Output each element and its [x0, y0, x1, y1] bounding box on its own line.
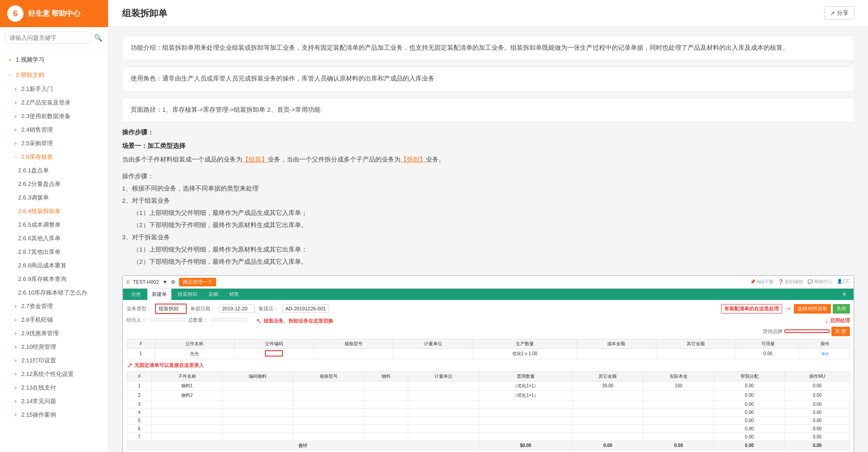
- sidebar-item-finance[interactable]: ＋ 2.7资金管理: [0, 300, 108, 313]
- cell-cost: [576, 348, 656, 359]
- cell-action[interactable]: ⊕⊖: [800, 348, 850, 359]
- app-nav-purchase[interactable]: 采购: [204, 289, 223, 300]
- btn-confirm[interactable]: 关 密: [831, 327, 850, 336]
- step-2: 2、对于组装业务: [122, 195, 854, 207]
- sidebar: 6 好生意 帮助中心 🔍 ＋ 1.视频学习 － 2.帮助文档 ＋ 2.1新手入门: [0, 0, 108, 452]
- nav-sub-items-docs: ＋ 2.1新手入门 ＋ 2.2产品安装及登录 ＋ 2.3使用前数据准备 ＋ 2.…: [0, 82, 108, 422]
- sidebar-item-inventory[interactable]: － 2.6库存核算: [0, 150, 108, 164]
- table-footer: 合计 $0.00 0.00 0.00 0.00 0.00: [127, 441, 850, 450]
- btn-select-bom[interactable]: 选择对料清单: [794, 304, 831, 314]
- sidebar-item-inventory-query[interactable]: 2.6.9库存账本查询: [0, 272, 108, 286]
- th-c-alloc: 帮我分配: [714, 371, 785, 381]
- input-person[interactable]: [149, 319, 185, 321]
- app-settings-icon: ⚙: [171, 279, 175, 285]
- form-row-inner: 经办人： 总数量：: [127, 317, 247, 324]
- table-row: 50.000.00: [127, 416, 850, 424]
- sidebar-item-cost-adjust[interactable]: 2.6.5成本调整单: [0, 218, 108, 232]
- sidebar-item-print[interactable]: ＋ 2.11打印设置: [0, 354, 108, 367]
- search-button[interactable]: 🔍: [94, 34, 103, 42]
- arrow-icon-4: ↗: [127, 361, 132, 370]
- sidebar-item-transfer[interactable]: 2.6.3调拨单: [0, 191, 108, 205]
- th-spec: 规格型号: [314, 339, 393, 348]
- annotation-label-1: 有装配清单的在这里处理: [721, 304, 782, 314]
- cell-code: [234, 348, 314, 359]
- app-test-id: TEST-H002: [133, 279, 159, 285]
- plus-icon-small: ＋: [13, 126, 19, 134]
- path-text: 页面路径：1、库存核算->库存管理->组装拆卸单 2、首页->常用功能: [131, 105, 846, 115]
- sidebar-item-inventory-error[interactable]: 2.6.10库存账本错了怎么办: [0, 286, 108, 300]
- brand-name: 好生意 帮助中心: [28, 9, 80, 19]
- sidebar-item-purchase[interactable]: ＋ 2.5采购管理: [0, 137, 108, 150]
- label-qty: 总数量：: [188, 317, 208, 324]
- table-row: 70.000.00: [127, 433, 850, 441]
- arrow-icon-3: ↓: [825, 317, 828, 325]
- app-table-child: # 子件名称 编码物料 规格型号 物料 计量单位 需用数量 其它金额 实际本金 …: [127, 371, 850, 451]
- step-intro: 操作步骤：: [122, 170, 854, 182]
- intro-text: 功能介绍：组装拆卸单用来处理企业组装或拆卸等加工业务，支持有固定装配清单的产品加…: [131, 43, 846, 53]
- annotation-area-4: ↗ 无固定清单可以直接在这里录入: [127, 361, 850, 370]
- search-input[interactable]: [5, 32, 91, 44]
- sidebar-nav: ＋ 1.视频学习 － 2.帮助文档 ＋ 2.1新手入门 ＋ 2.2产品安装及登录: [0, 49, 108, 452]
- table-row: 40.000.00: [127, 408, 850, 416]
- share-button[interactable]: ↗ 分享: [824, 6, 854, 20]
- intro-block: 功能介绍：组装拆卸单用来处理企业组装或拆卸等加工业务，支持有固定装配清单的产品加…: [122, 36, 854, 60]
- sidebar-item-other-outbound[interactable]: 2.6.7其他出库单: [0, 245, 108, 259]
- sidebar-item-install[interactable]: ＋ 2.2产品安装及登录: [0, 96, 108, 109]
- input-biz-type[interactable]: 组装拆卸: [155, 304, 187, 314]
- th-parent-code: 父件编码: [234, 339, 314, 348]
- sidebar-item-mobile[interactable]: ＋ 2.8手机旺铺: [0, 313, 108, 327]
- th-c-need-qty: 需用数量: [479, 371, 572, 381]
- th-other-amt: 其它金额: [656, 339, 736, 348]
- app-nav-home[interactable]: 自然: [127, 289, 146, 300]
- app-nav-close[interactable]: ✕: [839, 290, 850, 299]
- screenshot-container: 6 TEST-H002 ▼ ⚙ 商品管理一下 📌 App下载 ❓ 纺织辅助 💬 …: [122, 275, 854, 452]
- logo-icon: 6: [7, 5, 24, 22]
- app-nav-assembly[interactable]: 组装拆卸: [173, 289, 202, 300]
- plus-icon-small: ＋: [13, 99, 19, 107]
- app-nav-new-order[interactable]: 新建单: [147, 289, 171, 300]
- sidebar-item-video-learning[interactable]: ＋ 1.视频学习: [0, 52, 108, 67]
- sidebar-item-business[interactable]: ＋ 2.10经营管理: [0, 340, 108, 354]
- sidebar-item-other-inbound[interactable]: 2.6.6其他入库单: [0, 232, 108, 245]
- link-disassembly[interactable]: 【拆卸】: [401, 156, 426, 163]
- sidebar-item-partial-stocktake[interactable]: 2.6.2分量盘点单: [0, 177, 108, 191]
- sidebar-item-cost-recalc[interactable]: 2.6.8商品成本重算: [0, 259, 108, 272]
- app-order-mgmt-tag[interactable]: 商品管理一下: [179, 278, 216, 286]
- label-biz-type: 业务类型：: [127, 305, 151, 312]
- sidebar-item-cases[interactable]: ＋ 2.15操作案例: [0, 408, 108, 422]
- th-parent-name: 父件名称: [155, 339, 234, 348]
- table-row: 1 光光 优化1 ≥ 1.00 0.00: [127, 348, 850, 359]
- sidebar-item-assembly[interactable]: 2.6.4组装拆卸单: [0, 205, 108, 218]
- red-box-code: [265, 350, 283, 357]
- sidebar-item-faq[interactable]: ＋ 2.14常见问题: [0, 395, 108, 408]
- input-group-shop[interactable]: AD-20191226-001: [282, 305, 329, 313]
- app-nav-sales[interactable]: 销售: [225, 289, 244, 300]
- sidebar-item-beginner[interactable]: ＋ 2.1新手入门: [0, 82, 108, 96]
- input-qty[interactable]: [211, 319, 247, 321]
- input-date[interactable]: 2019-12-20: [219, 305, 255, 313]
- app-top-bar: 6 TEST-H002 ▼ ⚙ 商品管理一下 📌 App下载 ❓ 纺织辅助 💬 …: [123, 276, 854, 289]
- link-assembly[interactable]: 【组装】: [242, 156, 268, 163]
- app-icon-flag: 📌 App下载: [750, 279, 774, 285]
- sidebar-item-help-docs[interactable]: － 2.帮助文档: [0, 68, 108, 82]
- sidebar-item-sales[interactable]: ＋ 2.4销售管理: [0, 123, 108, 137]
- app-form-area: 业务类型： 组装拆卸 单据日期： 2019-12-20 集团店： AD-2019…: [123, 300, 854, 452]
- sidebar-item-coupon[interactable]: ＋ 2.9优惠券管理: [0, 327, 108, 340]
- role-block: 使用角色：通常由生产人员或库管人员完成拆装业务的操作，库管人员确认原材料的出库和…: [122, 67, 854, 91]
- sidebar-item-stocktake[interactable]: 2.6.1盘点单: [0, 164, 108, 177]
- nav-section-docs: － 2.帮助文档 ＋ 2.1新手入门 ＋ 2.2产品安装及登录 ＋ 2.3使用前…: [0, 68, 108, 422]
- annotation-area-3: ↓ 启用处理 货供品牌 关 密: [763, 317, 850, 336]
- step-3: 3、对于拆装业务: [122, 231, 854, 243]
- btn-close[interactable]: 关闭: [833, 304, 850, 314]
- plus-icon-small: ＋: [13, 139, 19, 147]
- app-screenshot: 6 TEST-H002 ▼ ⚙ 商品管理一下 📌 App下载 ❓ 纺织辅助 💬 …: [123, 276, 854, 452]
- app-nav-bar: 自然 新建单 组装拆卸 采购 销售 ✕: [123, 289, 854, 300]
- sidebar-item-personalize[interactable]: ＋ 2.12系统个性化设置: [0, 367, 108, 381]
- sidebar-item-payment[interactable]: ＋ 2.13在线支付: [0, 381, 108, 395]
- th-avail-qty: 可用量: [736, 339, 800, 348]
- sidebar-item-data-prep[interactable]: ＋ 2.3使用前数据准备: [0, 109, 108, 123]
- label-yonyou: 货供品牌: [763, 328, 783, 335]
- steps-list: 操作步骤： 1、根据不同的业务，选择不同单据的类型来处理 2、对于组装业务 （1…: [122, 170, 854, 268]
- input-yonyou[interactable]: [784, 329, 830, 333]
- app-dropdown-arrow: ▼: [163, 279, 168, 285]
